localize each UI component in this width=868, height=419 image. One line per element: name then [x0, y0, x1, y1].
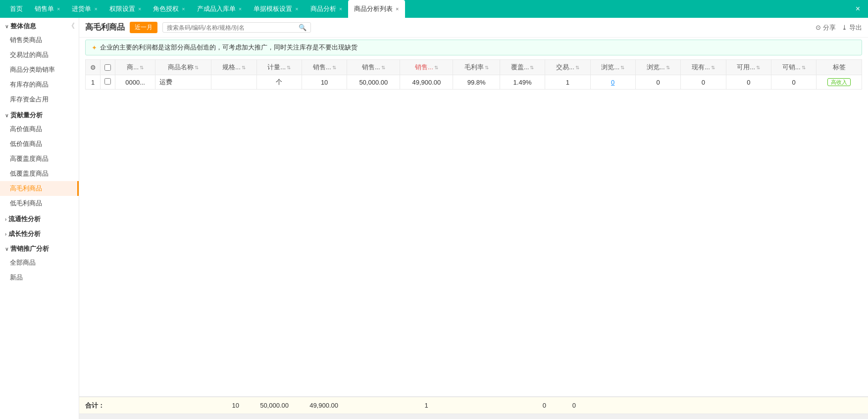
row-tag: 高收入 [817, 75, 862, 90]
period-button[interactable]: 近一月 [130, 22, 157, 33]
nav-tab-analysis-list[interactable]: 商品分析列表 × [348, 0, 405, 18]
table-row: 1 0000... 运费 个 10 50,000.00 49,900.00 99… [86, 75, 862, 90]
row-checkbox[interactable] [104, 78, 111, 85]
select-all-checkbox[interactable] [104, 64, 111, 71]
tag-badge: 高收入 [827, 78, 851, 86]
close-purchase-tab[interactable]: × [94, 6, 97, 12]
close-analysis-list-tab[interactable]: × [396, 6, 399, 12]
col-current-stock[interactable]: 现有... ⇅ [681, 60, 726, 75]
close-product-in-tab[interactable]: × [239, 6, 242, 12]
nav-tab-home[interactable]: 首页 [4, 0, 29, 18]
table-wrapper[interactable]: ⚙ 商... ⇅ [85, 59, 862, 396]
row-name: 运费 [155, 75, 211, 90]
search-box: 🔍 [162, 22, 311, 33]
export-icon: ⤓ [842, 24, 847, 31]
total-padding2 [441, 402, 520, 409]
nav-tab-template[interactable]: 单据模板设置 × [248, 0, 304, 18]
sidebar-item-all-goods[interactable]: 全部商品 [0, 255, 79, 270]
sidebar-item-stocked-goods[interactable]: 有库存的商品 [0, 77, 79, 92]
sidebar-group-growth[interactable]: › 成长性分析 [0, 226, 79, 240]
nav-tab-roles[interactable]: 角色授权 × [147, 0, 191, 18]
row-coverage: 1.49% [500, 75, 545, 90]
export-button[interactable]: ⤓ 导出 [842, 23, 862, 32]
sort-sales-profit-icon: ⇅ [434, 65, 438, 70]
sort-sales-qty-icon: ⇅ [332, 65, 336, 70]
sidebar-group-overall[interactable]: ∨ 整体信息 [0, 18, 79, 33]
col-checkbox[interactable] [101, 60, 115, 75]
col-sellable[interactable]: 可销... ⇅ [771, 60, 816, 75]
close-template-tab[interactable]: × [295, 6, 298, 12]
sort-coverage-icon: ⇅ [530, 65, 534, 70]
sidebar-group-liquidity[interactable]: › 流通性分析 [0, 211, 79, 226]
data-table: ⚙ 商... ⇅ [85, 59, 862, 90]
sidebar-item-high-value[interactable]: 高价值商品 [0, 122, 79, 137]
sidebar: 《 ∨ 整体信息 销售类商品 交易过的商品 商品分类助销率 有库存的商品 库存资… [0, 18, 79, 419]
close-sales-tab[interactable]: × [57, 6, 60, 12]
col-sales-profit[interactable]: 销售... ⇅ [400, 60, 453, 75]
sort-browse1-icon: ⇅ [620, 65, 624, 70]
bottom-scrollbar[interactable] [79, 414, 868, 419]
col-sales-qty[interactable]: 销售... ⇅ [302, 60, 347, 75]
sidebar-item-high-coverage[interactable]: 高覆盖度商品 [0, 151, 79, 166]
sidebar-item-sales-goods[interactable]: 销售类商品 [0, 33, 79, 47]
col-browse2[interactable]: 浏览... ⇅ [635, 60, 680, 75]
row-checkbox-cell[interactable] [101, 75, 115, 90]
sort-name-icon: ⇅ [195, 65, 199, 70]
row-gross-margin: 99.8% [453, 75, 500, 90]
total-cells: 10 50,000.00 49,900.00 1 0 0 [114, 402, 580, 409]
col-browse1[interactable]: 浏览... ⇅ [590, 60, 635, 75]
col-settings[interactable]: ⚙ [86, 60, 101, 75]
col-code[interactable]: 商... ⇅ [115, 60, 155, 75]
col-name[interactable]: 商品名称 ⇅ [155, 60, 211, 75]
col-unit[interactable]: 计量... ⇅ [256, 60, 302, 75]
row-unit: 个 [256, 75, 302, 90]
nav-tab-product-in[interactable]: 产成品入库单 × [191, 0, 248, 18]
search-input[interactable] [167, 24, 297, 31]
sidebar-item-low-value[interactable]: 低价值商品 [0, 137, 79, 151]
sort-available-icon: ⇅ [756, 65, 760, 70]
content-header: 高毛利商品 近一月 🔍 ⊙ 分享 ⤓ 导出 [79, 18, 868, 38]
sort-current-stock-icon: ⇅ [711, 65, 715, 70]
sidebar-collapse-btn[interactable]: 《 [68, 22, 75, 31]
sidebar-item-low-coverage[interactable]: 低覆盖度商品 [0, 166, 79, 181]
col-spec[interactable]: 规格... ⇅ [211, 60, 256, 75]
sidebar-item-traded-goods[interactable]: 交易过的商品 [0, 47, 79, 62]
footer-total: 合计： 10 50,000.00 49,900.00 1 0 0 [79, 396, 868, 414]
page-title: 高毛利商品 [85, 22, 125, 33]
row-available: 0 [726, 75, 771, 90]
growth-arrow: › [5, 232, 6, 237]
nav-tab-permissions[interactable]: 权限设置 × [103, 0, 147, 18]
col-tag[interactable]: 标签 [817, 60, 862, 75]
nav-tab-sales[interactable]: 销售单 × [29, 0, 66, 18]
table-header-row: ⚙ 商... ⇅ [86, 60, 862, 75]
share-button[interactable]: ⊙ 分享 [816, 23, 836, 32]
row-sales-amount: 50,000.00 [347, 75, 400, 90]
sort-trade-icon: ⇅ [575, 65, 579, 70]
col-trade[interactable]: 交易... ⇅ [545, 60, 590, 75]
sidebar-item-category-rate[interactable]: 商品分类助销率 [0, 62, 79, 77]
nav-tab-analysis[interactable]: 商品分析 × [305, 0, 348, 18]
close-permissions-tab[interactable]: × [138, 6, 141, 12]
header-actions: ⊙ 分享 ⤓ 导出 [816, 23, 862, 32]
total-available: 0 [550, 402, 580, 409]
nav-tab-purchase[interactable]: 进货单 × [66, 0, 103, 18]
sidebar-item-low-margin[interactable]: 低毛利商品 [0, 196, 79, 211]
col-available[interactable]: 可用... ⇅ [726, 60, 771, 75]
search-icon[interactable]: 🔍 [299, 24, 306, 31]
sort-sales-amount-icon: ⇅ [381, 65, 385, 70]
sidebar-group-marketing[interactable]: ∨ 营销推广分析 [0, 240, 79, 255]
close-roles-tab[interactable]: × [182, 6, 185, 12]
sidebar-group-contribution[interactable]: ∨ 贡献量分析 [0, 107, 79, 122]
col-coverage[interactable]: 覆盖... ⇅ [500, 60, 545, 75]
col-gross-margin[interactable]: 毛利率 ⇅ [453, 60, 500, 75]
browse1-link[interactable]: 0 [611, 79, 614, 86]
col-sales-amount[interactable]: 销售... ⇅ [347, 60, 400, 75]
close-analysis-tab[interactable]: × [339, 6, 342, 12]
close-all-tabs[interactable]: × [852, 4, 864, 13]
sidebar-item-new-goods[interactable]: 新品 [0, 270, 79, 285]
row-browse1[interactable]: 0 [590, 75, 635, 90]
content-area: 高毛利商品 近一月 🔍 ⊙ 分享 ⤓ 导出 ✦ 企业的主要的利润都是这部分商品创… [79, 18, 868, 419]
overall-arrow: ∨ [5, 24, 8, 29]
sidebar-item-high-margin[interactable]: 高毛利商品 [0, 181, 79, 196]
sidebar-item-capital-occupy[interactable]: 库存资金占用 [0, 92, 79, 107]
